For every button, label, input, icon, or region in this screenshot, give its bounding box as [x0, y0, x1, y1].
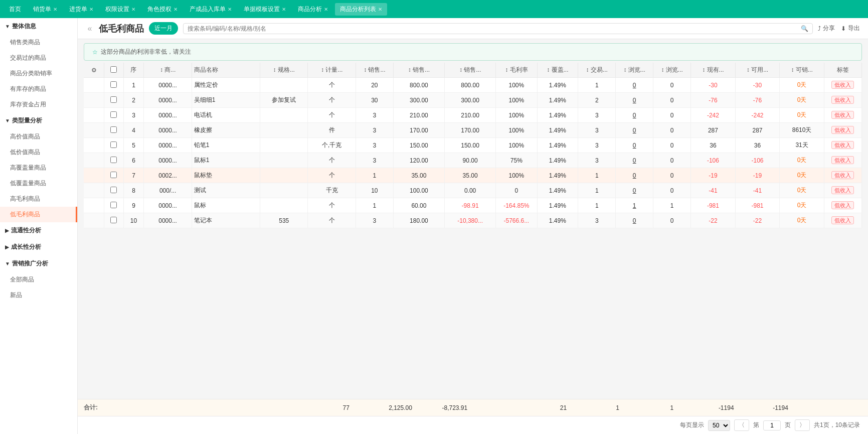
sidebar-item-low-value[interactable]: 低价值商品 [0, 144, 77, 160]
cell-browse1[interactable]: 0 [616, 183, 653, 198]
cell-browse1[interactable]: 0 [616, 93, 653, 108]
nav-close-purchase[interactable]: ✕ [89, 7, 93, 12]
col-unit[interactable]: ↕ 计量... [308, 63, 356, 78]
nav-close-analysis-list[interactable]: ✕ [378, 7, 382, 12]
share-button[interactable]: ⤴ 分享 [818, 24, 835, 33]
nav-close-role[interactable]: ✕ [173, 7, 178, 12]
page-size-select[interactable]: 50 [708, 420, 730, 431]
cell-check[interactable] [104, 153, 123, 168]
sidebar-item-low-margin[interactable]: 低毛利商品 [0, 207, 77, 222]
col-qty[interactable]: ↕ 销售... [356, 63, 393, 78]
sidebar-collapse-btn[interactable]: « [86, 24, 94, 33]
row-checkbox[interactable] [110, 202, 117, 208]
cell-browse1[interactable]: 0 [616, 168, 653, 183]
sidebar-item-category-rate[interactable]: 商品分类助销率 [0, 66, 77, 81]
sidebar-item-high-value[interactable]: 高价值商品 [0, 129, 77, 144]
nav-item-product-entry[interactable]: 产成品入库单 ✕ [185, 3, 237, 16]
nav-item-sales[interactable]: 销货单 ✕ [28, 3, 62, 16]
nav-item-permission[interactable]: 权限设置 ✕ [100, 3, 140, 16]
nav-close-sales[interactable]: ✕ [53, 7, 57, 12]
cell-price1: 180.00 [393, 213, 444, 228]
export-button[interactable]: ⬇ 导出 [841, 24, 860, 33]
nav-item-analysis-list[interactable]: 商品分析列表 ✕ [335, 3, 387, 16]
nav-close-template[interactable]: ✕ [282, 7, 286, 12]
sidebar-item-high-coverage[interactable]: 高覆盖量商品 [0, 160, 77, 176]
col-spec[interactable]: ↕ 规格... [260, 63, 308, 78]
cell-browse1[interactable]: 0 [616, 123, 653, 138]
col-settings[interactable]: ⚙ [84, 63, 104, 78]
sidebar-group-type-analysis[interactable]: ▼ 类型量分析 [0, 112, 77, 129]
checkbox-all[interactable] [110, 66, 117, 73]
nav-item-purchase[interactable]: 进货单 ✕ [64, 3, 98, 16]
nav-item-template[interactable]: 单据模板设置 ✕ [239, 3, 291, 16]
col-stock2[interactable]: ↕ 可用... [735, 63, 780, 78]
sidebar-item-new-goods[interactable]: 新品 [0, 287, 77, 303]
row-checkbox[interactable] [110, 141, 117, 148]
row-checkbox[interactable] [110, 187, 117, 193]
cell-check[interactable] [104, 198, 123, 213]
nav-close-product-analysis[interactable]: ✕ [324, 7, 328, 12]
col-cover[interactable]: ↕ 覆盖... [537, 63, 578, 78]
col-trade[interactable]: ↕ 交易... [578, 63, 616, 78]
col-stock3[interactable]: ↕ 可销... [780, 63, 824, 78]
next-page-button[interactable]: 〉 [795, 419, 810, 431]
cell-check[interactable] [104, 183, 123, 198]
nav-item-role[interactable]: 角色授权 ✕ [142, 3, 183, 16]
page-input[interactable] [763, 420, 781, 430]
cell-check[interactable] [104, 168, 123, 183]
col-browse1[interactable]: ↕ 浏览... [616, 63, 653, 78]
nav-close-product-entry[interactable]: ✕ [228, 7, 232, 12]
sidebar-group-overview[interactable]: ▼ 整体信息 [0, 18, 77, 35]
row-checkbox[interactable] [110, 96, 117, 103]
sidebar-group-marketing[interactable]: ▼ 营销推广分析 [0, 255, 77, 272]
sidebar-item-all-goods[interactable]: 全部商品 [0, 272, 77, 287]
col-name[interactable]: 商品名称 [192, 63, 260, 78]
tab-recent-month[interactable]: 近一月 [149, 22, 178, 35]
cell-browse1[interactable]: 1 [616, 198, 653, 213]
nav-close-permission[interactable]: ✕ [131, 7, 135, 12]
cell-check[interactable] [104, 138, 123, 153]
col-check-all[interactable] [104, 63, 123, 78]
cell-browse1[interactable]: 0 [616, 108, 653, 123]
col-price2[interactable]: ↕ 销售... [445, 63, 496, 78]
row-checkbox[interactable] [110, 172, 117, 178]
row-checkbox[interactable] [110, 126, 117, 133]
col-gross[interactable]: ↕ 毛利率 [496, 63, 537, 78]
nav-item-home[interactable]: 首页 [4, 3, 26, 16]
page-title: 低毛利商品 [99, 23, 144, 35]
row-checkbox[interactable] [110, 81, 117, 88]
cell-code: 0000... [144, 78, 192, 93]
col-code[interactable]: ↕ 商... [144, 63, 192, 78]
sidebar-item-traded-goods[interactable]: 交易过的商品 [0, 50, 77, 66]
sidebar-item-low-coverage[interactable]: 低覆盖量商品 [0, 176, 77, 191]
cell-browse1[interactable]: 0 [616, 138, 653, 153]
cell-browse1[interactable]: 0 [616, 213, 653, 228]
col-price1[interactable]: ↕ 销售... [393, 63, 444, 78]
search-input[interactable] [188, 25, 801, 32]
row-checkbox[interactable] [110, 111, 117, 118]
nav-item-product-analysis[interactable]: 商品分析 ✕ [293, 3, 333, 16]
cell-check[interactable] [104, 213, 123, 228]
sidebar-item-high-margin[interactable]: 高毛利商品 [0, 191, 77, 207]
search-box[interactable]: 🔍 [183, 23, 813, 34]
sidebar-group-growth[interactable]: ▶ 成长性分析 [0, 239, 77, 255]
cell-browse1[interactable]: 0 [616, 78, 653, 93]
cell-check[interactable] [104, 123, 123, 138]
table-row: 5 0000... 铅笔1 个,千克 3 150.00 150.00 100% … [84, 138, 862, 153]
sidebar-item-sales-goods[interactable]: 销售类商品 [0, 35, 77, 50]
cell-gross-rate: 1.49% [537, 183, 578, 198]
prev-page-button[interactable]: 〈 [734, 419, 749, 431]
cell-price1: 120.00 [393, 153, 444, 168]
cell-check[interactable] [104, 78, 123, 93]
sidebar-group-liquidity[interactable]: ▶ 流通性分析 [0, 222, 77, 239]
row-checkbox[interactable] [110, 217, 117, 223]
row-checkbox[interactable] [110, 157, 117, 163]
sidebar-item-inventory-capital[interactable]: 库存资金占用 [0, 97, 77, 112]
col-stock1[interactable]: ↕ 现有... [691, 63, 736, 78]
cell-check[interactable] [104, 93, 123, 108]
sidebar-item-inventory-goods[interactable]: 有库存的商品 [0, 81, 77, 97]
cell-browse1[interactable]: 0 [616, 153, 653, 168]
cell-gross-rate: 1.49% [537, 198, 578, 213]
cell-check[interactable] [104, 108, 123, 123]
col-browse2[interactable]: ↕ 浏览... [653, 63, 691, 78]
